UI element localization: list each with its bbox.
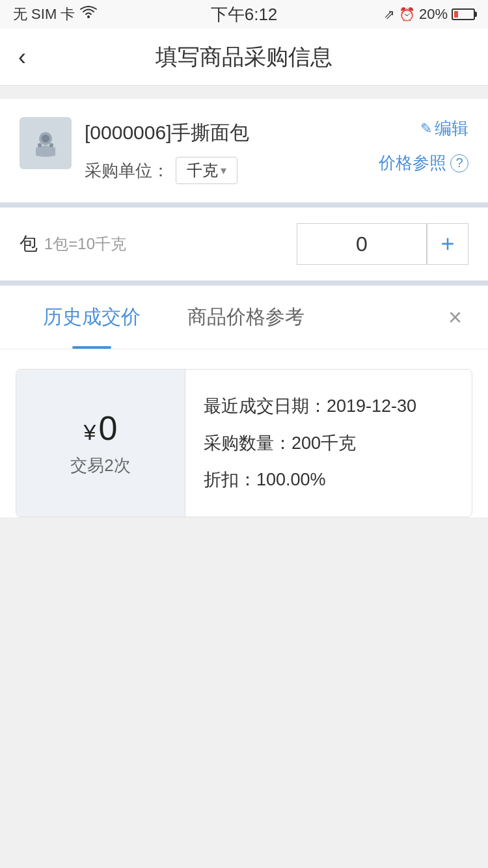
product-title: 手撕面包	[171, 122, 249, 143]
quantity-plus-button[interactable]: +	[427, 223, 468, 265]
currency-symbol: ¥	[84, 420, 96, 445]
price-value: 0	[99, 409, 118, 448]
edit-button[interactable]: ✎ 编辑	[420, 117, 468, 140]
tab-price-reference[interactable]: 商品价格参考	[164, 286, 328, 349]
section-divider-1	[0, 202, 488, 208]
discount-value: 100.00%	[256, 470, 326, 489]
package-label: 包	[20, 232, 38, 256]
product-header: [0000006]手撕面包 采购单位： 千克 ▾ ✎ 编辑 价格参照 ?	[20, 117, 468, 184]
discount-label: 折扣：	[204, 470, 256, 489]
battery-percent: 20%	[419, 6, 448, 23]
battery-icon	[452, 8, 475, 20]
transaction-count: 交易2次	[70, 454, 130, 477]
back-button[interactable]: ‹	[18, 44, 26, 71]
product-id: [0000006]	[85, 122, 171, 143]
purchase-quantity-row: 采购数量：200千克	[204, 430, 454, 457]
quantity-detail-label: 采购数量：	[204, 433, 291, 453]
status-right: ⇗ ⏰ 20%	[384, 6, 475, 23]
product-thumbnail	[20, 117, 72, 169]
unit-conversion: 1包=10千克	[44, 234, 126, 254]
quantity-controls: 0 +	[297, 223, 468, 265]
svg-point-2	[42, 135, 49, 142]
alarm-icon: ⏰	[399, 7, 415, 22]
nav-bar: ‹ 填写商品采购信息	[0, 29, 488, 86]
tabs-bar: 历史成交价 商品价格参考 ×	[0, 286, 488, 349]
price-ref-label: 价格参照	[379, 152, 446, 174]
unit-label: 采购单位：	[85, 159, 169, 182]
quantity-detail-value: 200千克	[291, 433, 356, 453]
page-title: 填写商品采购信息	[156, 42, 332, 72]
product-actions: ✎ 编辑 价格参照 ?	[379, 117, 468, 174]
unit-dropdown-arrow: ▾	[221, 163, 226, 178]
quantity-label: 包 1包=10千克	[20, 232, 126, 256]
product-name: [0000006]手撕面包	[85, 120, 249, 146]
tab-history-label: 历史成交价	[43, 306, 141, 327]
product-card: [0000006]手撕面包 采购单位： 千克 ▾ ✎ 编辑 价格参照 ?	[0, 99, 488, 202]
plus-icon: +	[441, 230, 454, 258]
status-bar: 无 SIM 卡 下午6:12 ⇗ ⏰ 20%	[0, 0, 488, 29]
svg-point-3	[38, 143, 42, 147]
carrier-label: 无 SIM 卡	[13, 5, 75, 24]
product-left: [0000006]手撕面包 采购单位： 千克 ▾	[20, 117, 249, 184]
tab-history-price[interactable]: 历史成交价	[20, 286, 164, 349]
status-time: 下午6:12	[211, 3, 278, 26]
svg-point-0	[87, 16, 90, 18]
tab-price-ref-label: 商品价格参考	[187, 306, 305, 327]
price-ref-help-icon: ?	[450, 154, 468, 172]
status-left: 无 SIM 卡	[13, 5, 97, 24]
tabs-list: 历史成交价 商品价格参考	[20, 286, 328, 349]
history-card: ¥ 0 交易2次 最近成交日期：2019-12-30 采购数量：200千克 折扣…	[16, 369, 472, 517]
unit-value: 千克	[187, 160, 218, 181]
product-info: [0000006]手撕面包 采购单位： 千克 ▾	[85, 117, 249, 184]
wifi-icon	[80, 6, 97, 23]
main-content	[0, 537, 488, 869]
svg-point-4	[49, 143, 53, 147]
recent-date-row: 最近成交日期：2019-12-30	[204, 393, 454, 420]
history-price-panel: ¥ 0 交易2次	[16, 370, 185, 517]
quantity-row: 包 1包=10千克 0 +	[0, 208, 488, 280]
product-unit-row: 采购单位： 千克 ▾	[85, 157, 249, 184]
tabs-section: 历史成交价 商品价格参考 × ¥ 0 交易2次 最近成交日期：2019-12-3…	[0, 280, 488, 517]
price-ref-button[interactable]: 价格参照 ?	[379, 152, 468, 174]
history-detail-panel: 最近成交日期：2019-12-30 采购数量：200千克 折扣：100.00%	[185, 370, 472, 517]
edit-label: 编辑	[435, 117, 468, 140]
tab-close-button[interactable]: ×	[442, 297, 468, 338]
gps-icon: ⇗	[384, 7, 395, 22]
recent-date-label: 最近成交日期：	[204, 396, 327, 416]
edit-icon: ✎	[420, 120, 432, 137]
history-price-amount: ¥ 0	[84, 409, 118, 448]
recent-date-value: 2019-12-30	[327, 396, 416, 416]
unit-select[interactable]: 千克 ▾	[176, 157, 237, 184]
discount-row: 折扣：100.00%	[204, 467, 454, 493]
quantity-input[interactable]: 0	[297, 223, 427, 265]
